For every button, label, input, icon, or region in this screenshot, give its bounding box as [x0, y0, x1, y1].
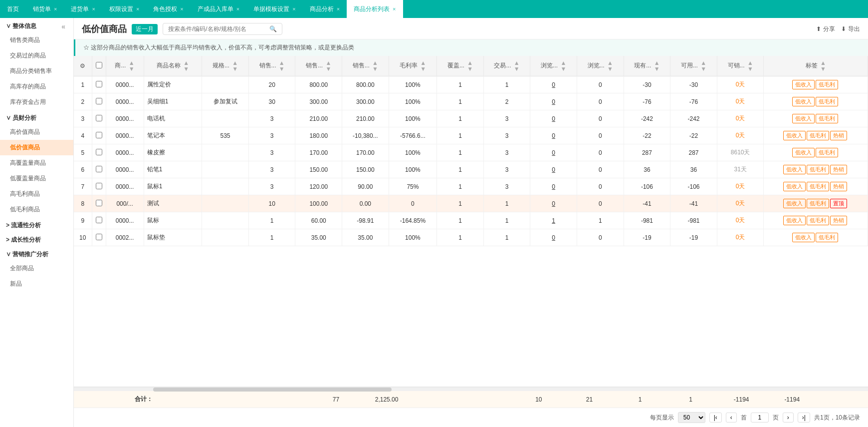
nav-tab-finished-goods[interactable]: 产成品入库单 × — [191, 0, 246, 18]
browse1-link[interactable]: 0 — [552, 183, 555, 190]
browse1-link[interactable]: 0 — [552, 132, 555, 139]
row-browse1[interactable]: 0 — [530, 178, 577, 195]
close-icon[interactable]: × — [393, 6, 396, 12]
row-select-checkbox[interactable] — [96, 200, 102, 206]
close-icon[interactable]: × — [292, 6, 295, 12]
nav-tab-template[interactable]: 单据模板设置 × — [246, 0, 302, 18]
col-s1[interactable]: 销售... ▲▼ — [248, 56, 295, 76]
col-s3[interactable]: 销售... ▲▼ — [342, 56, 389, 76]
sidebar-item-low-margin[interactable]: 低毛利商品 — [0, 202, 73, 217]
row-browse1[interactable]: 0 — [530, 110, 577, 127]
sidebar-item-category-sales-rate[interactable]: 商品分类销售率 — [0, 63, 73, 79]
sidebar-item-traded-products[interactable]: 交易过的商品 — [0, 48, 73, 63]
row-checkbox[interactable] — [92, 76, 106, 93]
browse1-link[interactable]: 0 — [552, 149, 555, 156]
sidebar-item-high-margin[interactable]: 高毛利商品 — [0, 186, 73, 202]
browse1-link[interactable]: 1 — [552, 217, 555, 224]
row-browse1[interactable]: 0 — [530, 144, 577, 161]
sidebar-group-growth[interactable]: > 成长性分析 — [0, 232, 73, 246]
browse1-link[interactable]: 0 — [552, 234, 555, 241]
row-browse1[interactable]: 0 — [530, 229, 577, 246]
nav-tab-purchase[interactable]: 进货单 × — [64, 0, 102, 18]
col-stock2[interactable]: 可用... ▲▼ — [670, 56, 717, 76]
sidebar-item-all-products[interactable]: 全部商品 — [0, 261, 73, 276]
close-icon[interactable]: × — [180, 6, 183, 12]
col-browse2[interactable]: 浏览... ▲▼ — [577, 56, 624, 76]
close-icon[interactable]: × — [92, 6, 95, 12]
sidebar-item-high-coverage[interactable]: 高覆盖量商品 — [0, 155, 73, 171]
nav-tab-product-analysis-list[interactable]: 商品分析列表 × — [347, 0, 403, 18]
nav-tab-sales[interactable]: 销货单 × — [26, 0, 64, 18]
sidebar-group-marketing[interactable]: ∨ 营销推广分析 — [0, 246, 73, 261]
horizontal-scrollbar[interactable] — [74, 387, 868, 391]
col-sellable[interactable]: 可销... ▲▼ — [717, 56, 764, 76]
nav-tab-role[interactable]: 角色授权 × — [146, 0, 190, 18]
row-checkbox[interactable] — [92, 195, 106, 212]
col-stock1[interactable]: 现有... ▲▼ — [624, 56, 670, 76]
page-size-select[interactable]: 50 100 200 — [678, 412, 705, 423]
last-page-button[interactable]: ›| — [798, 413, 810, 423]
browse1-link[interactable]: 0 — [552, 81, 555, 88]
sidebar-item-high-value[interactable]: 高价值商品 — [0, 124, 73, 140]
sidebar-item-stock-capital[interactable]: 库存资金占用 — [0, 94, 73, 110]
export-button[interactable]: ⬇ 导出 — [841, 25, 860, 33]
share-button[interactable]: ⬆ 分享 — [816, 25, 835, 33]
row-select-checkbox[interactable] — [96, 81, 102, 87]
col-gross[interactable]: 毛利率 ▲▼ — [389, 56, 437, 76]
sidebar-item-sales-products[interactable]: 销售类商品 — [0, 32, 73, 48]
row-select-checkbox[interactable] — [96, 166, 102, 172]
search-input[interactable] — [168, 25, 266, 32]
col-s2[interactable]: 销售... ▲▼ — [295, 56, 342, 76]
row-browse1[interactable]: 0 — [530, 93, 577, 110]
sidebar-item-low-value[interactable]: 低价值商品 — [0, 140, 73, 155]
row-browse1[interactable]: 1 — [530, 212, 577, 229]
row-checkbox[interactable] — [92, 144, 106, 161]
nav-tab-home[interactable]: 首页 — [0, 0, 26, 18]
browse1-link[interactable]: 0 — [552, 200, 555, 207]
checkbox-col[interactable] — [92, 56, 106, 76]
row-checkbox[interactable] — [92, 229, 106, 246]
sidebar-group-circulation[interactable]: > 流通性分析 — [0, 217, 73, 232]
col-name[interactable]: 商品名称 ▲▼ — [144, 56, 202, 76]
sidebar-group-overall[interactable]: ∨ 整体信息 « — [0, 18, 73, 32]
next-page-button[interactable]: › — [783, 413, 794, 423]
row-browse1[interactable]: 0 — [530, 76, 577, 93]
settings-col[interactable]: ⚙ — [74, 56, 92, 76]
sidebar-group-financial[interactable]: ∨ 员财分析 — [0, 110, 73, 124]
row-browse1[interactable]: 0 — [530, 195, 577, 212]
close-icon[interactable]: × — [54, 6, 57, 12]
prev-page-button[interactable]: ‹ — [726, 413, 737, 423]
close-icon[interactable]: × — [236, 6, 239, 12]
col-code[interactable]: 商... ▲▼ — [106, 56, 144, 76]
browse1-link[interactable]: 0 — [552, 115, 555, 122]
col-spec[interactable]: 规格... ▲▼ — [202, 56, 249, 76]
row-select-checkbox[interactable] — [96, 183, 102, 189]
row-select-checkbox[interactable] — [96, 115, 102, 121]
select-all-checkbox[interactable] — [96, 62, 102, 68]
row-select-checkbox[interactable] — [96, 234, 102, 240]
close-icon[interactable]: × — [337, 6, 340, 12]
row-select-checkbox[interactable] — [96, 217, 102, 223]
collapse-icon[interactable]: « — [59, 22, 67, 30]
row-select-checkbox[interactable] — [96, 132, 102, 138]
sidebar-item-low-coverage[interactable]: 低覆盖量商品 — [0, 171, 73, 186]
row-select-checkbox[interactable] — [96, 149, 102, 155]
sidebar-item-high-stock[interactable]: 高库存的商品 — [0, 79, 73, 94]
row-checkbox[interactable] — [92, 127, 106, 144]
sidebar-item-new-products[interactable]: 新品 — [0, 276, 73, 292]
row-checkbox[interactable] — [92, 110, 106, 127]
close-icon[interactable]: × — [136, 6, 139, 12]
nav-tab-permission[interactable]: 权限设置 × — [102, 0, 146, 18]
col-tags[interactable]: 标签 ▲▼ — [764, 56, 868, 76]
col-browse1[interactable]: 浏览... ▲▼ — [530, 56, 577, 76]
row-checkbox[interactable] — [92, 161, 106, 178]
browse1-link[interactable]: 0 — [552, 166, 555, 173]
col-cov[interactable]: 覆盖... ▲▼ — [437, 56, 484, 76]
nav-tab-product-analysis[interactable]: 商品分析 × — [303, 0, 347, 18]
row-checkbox[interactable] — [92, 212, 106, 229]
row-checkbox[interactable] — [92, 93, 106, 110]
row-browse1[interactable]: 0 — [530, 127, 577, 144]
row-browse1[interactable]: 0 — [530, 161, 577, 178]
page-number-input[interactable] — [751, 413, 769, 423]
col-trade[interactable]: 交易... ▲▼ — [483, 56, 530, 76]
